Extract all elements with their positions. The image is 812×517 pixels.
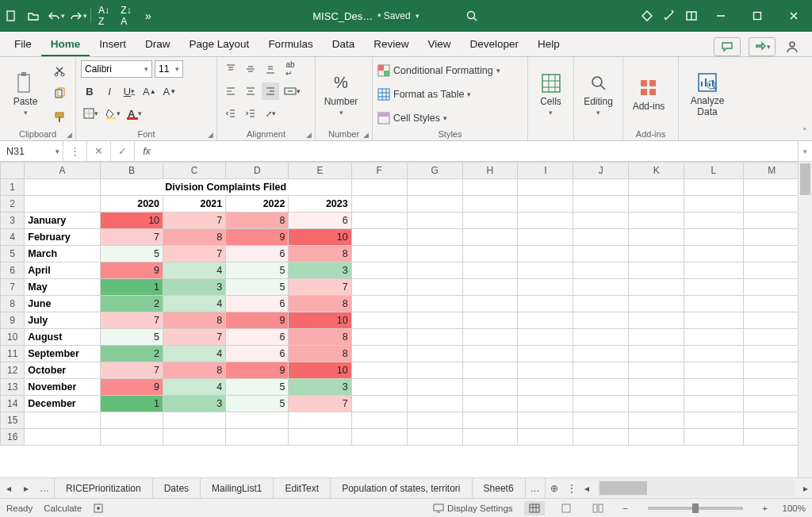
- cell-A11[interactable]: September: [25, 346, 101, 362]
- qa-open-icon[interactable]: [22, 0, 44, 32]
- cell-L2[interactable]: [684, 196, 744, 213]
- name-box[interactable]: N31: [0, 141, 63, 161]
- cell-J16[interactable]: [573, 429, 629, 446]
- cell-K15[interactable]: [629, 412, 684, 429]
- cell-G3[interactable]: [407, 213, 462, 229]
- cell-A15[interactable]: [25, 412, 101, 429]
- cell-C5[interactable]: 7: [163, 246, 226, 262]
- cell-B11[interactable]: 2: [100, 346, 163, 362]
- cell-L7[interactable]: [684, 279, 744, 296]
- cell-M12[interactable]: [743, 362, 798, 379]
- align-center-icon[interactable]: [242, 82, 259, 100]
- col-header-A[interactable]: A: [25, 163, 101, 179]
- cell-M3[interactable]: [743, 213, 798, 229]
- cell-L8[interactable]: [684, 296, 744, 312]
- cell-A13[interactable]: November: [25, 379, 101, 396]
- cell-L3[interactable]: [684, 213, 744, 229]
- cell-D7[interactable]: 5: [226, 279, 289, 296]
- cell-K7[interactable]: [629, 279, 684, 296]
- cell-K11[interactable]: [629, 346, 684, 362]
- zoom-out-button[interactable]: −: [619, 504, 632, 513]
- indent-increase-icon[interactable]: [242, 105, 259, 122]
- cell-K4[interactable]: [629, 229, 684, 246]
- align-right-icon[interactable]: [262, 82, 279, 100]
- cell-G1[interactable]: [407, 179, 462, 196]
- cell-D9[interactable]: 9: [226, 312, 289, 329]
- conditional-formatting-button[interactable]: Conditional Formatting▾: [377, 62, 500, 79]
- cell-C8[interactable]: 4: [163, 296, 226, 312]
- tab-insert[interactable]: Insert: [90, 33, 136, 56]
- cell-L5[interactable]: [684, 246, 744, 262]
- cell-A5[interactable]: March: [25, 246, 101, 262]
- select-all-corner[interactable]: [1, 163, 25, 179]
- cell-C2[interactable]: 2021: [163, 196, 226, 213]
- col-header-B[interactable]: B: [100, 163, 163, 179]
- cell-C4[interactable]: 8: [163, 229, 226, 246]
- cell-J11[interactable]: [573, 346, 629, 362]
- cell-I13[interactable]: [518, 379, 573, 396]
- cell-H1[interactable]: [462, 179, 518, 196]
- cell-L10[interactable]: [684, 329, 744, 346]
- tab-view[interactable]: View: [418, 33, 460, 56]
- tab-help[interactable]: Help: [528, 33, 569, 56]
- macro-record-icon[interactable]: [93, 503, 104, 514]
- format-as-table-button[interactable]: Format as Table▾: [377, 86, 471, 103]
- cell-J3[interactable]: [573, 213, 629, 229]
- cell-D11[interactable]: 6: [226, 346, 289, 362]
- cell-D16[interactable]: [226, 429, 289, 446]
- cell-A10[interactable]: August: [25, 329, 101, 346]
- col-header-I[interactable]: I: [518, 163, 573, 179]
- zoom-level[interactable]: 100%: [783, 504, 806, 513]
- cell-C12[interactable]: 8: [163, 362, 226, 379]
- cell-H15[interactable]: [462, 412, 518, 429]
- cell-E5[interactable]: 8: [289, 246, 351, 262]
- col-header-H[interactable]: H: [462, 163, 518, 179]
- cell-D15[interactable]: [226, 412, 289, 429]
- row-header-8[interactable]: 8: [1, 296, 25, 312]
- cell-F12[interactable]: [351, 362, 407, 379]
- cell-H12[interactable]: [462, 362, 518, 379]
- number-launcher-icon[interactable]: ◢: [361, 130, 370, 140]
- cell-J12[interactable]: [573, 362, 629, 379]
- title-caret-icon[interactable]: ▾: [416, 12, 419, 20]
- font-family-select[interactable]: Calibri▾: [81, 60, 152, 78]
- cell-D14[interactable]: 5: [226, 396, 289, 412]
- zoom-slider[interactable]: [648, 507, 743, 510]
- zoom-in-button[interactable]: +: [759, 504, 772, 513]
- qa-new-icon[interactable]: [0, 0, 22, 32]
- cell-I15[interactable]: [518, 412, 573, 429]
- cell-L12[interactable]: [684, 362, 744, 379]
- row-header-6[interactable]: 6: [1, 262, 25, 279]
- cell-E2[interactable]: 2023: [289, 196, 351, 213]
- hscroll-right-icon[interactable]: ▸: [799, 478, 812, 498]
- cell-K5[interactable]: [629, 246, 684, 262]
- cell-J8[interactable]: [573, 296, 629, 312]
- cell-E13[interactable]: 3: [289, 379, 351, 396]
- cell-H8[interactable]: [462, 296, 518, 312]
- cell-M13[interactable]: [743, 379, 798, 396]
- fill-color-icon[interactable]: ▾: [103, 105, 123, 122]
- cell-G7[interactable]: [407, 279, 462, 296]
- cell-M2[interactable]: [743, 196, 798, 213]
- cell-B6[interactable]: 9: [100, 262, 163, 279]
- cell-G11[interactable]: [407, 346, 462, 362]
- tab-home[interactable]: Home: [41, 33, 90, 56]
- cell-H13[interactable]: [462, 379, 518, 396]
- cell-G8[interactable]: [407, 296, 462, 312]
- cell-I14[interactable]: [518, 396, 573, 412]
- number-format-button[interactable]: % Number ▾: [320, 60, 362, 128]
- cell-H5[interactable]: [462, 246, 518, 262]
- cell-G10[interactable]: [407, 329, 462, 346]
- cell-B14[interactable]: 1: [100, 396, 163, 412]
- col-header-G[interactable]: G: [407, 163, 462, 179]
- row-header-14[interactable]: 14: [1, 396, 25, 412]
- cell-A14[interactable]: December: [25, 396, 101, 412]
- cell-E7[interactable]: 7: [289, 279, 351, 296]
- cell-I7[interactable]: [518, 279, 573, 296]
- cell-K8[interactable]: [629, 296, 684, 312]
- cell-M1[interactable]: [743, 179, 798, 196]
- cell-H7[interactable]: [462, 279, 518, 296]
- cell-H6[interactable]: [462, 262, 518, 279]
- cell-A1[interactable]: [25, 179, 101, 196]
- cell-G16[interactable]: [407, 429, 462, 446]
